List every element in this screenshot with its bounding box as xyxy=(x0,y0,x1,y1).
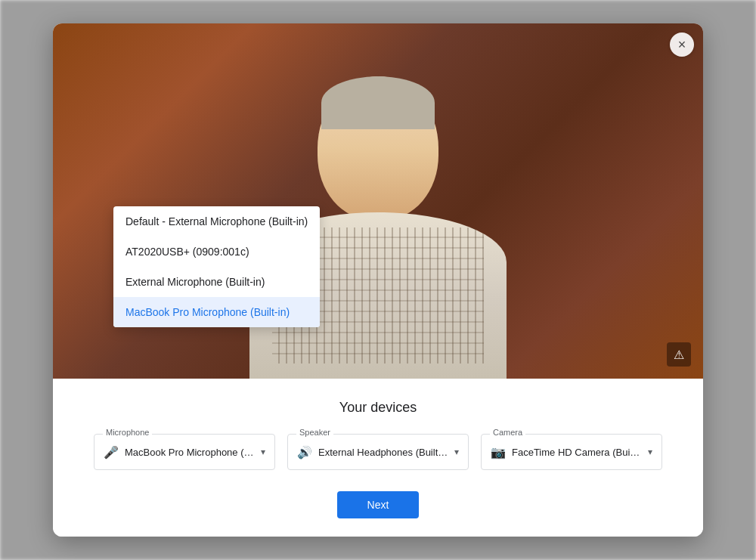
head-shape xyxy=(318,76,438,220)
speaker-label: Speaker xyxy=(296,428,333,437)
camera-select-button[interactable]: 📷 FaceTime HD Camera (Built-in... ▾ xyxy=(481,434,662,470)
microphone-selector: Microphone 🎤 MacBook Pro Microphone (Bu.… xyxy=(94,434,275,470)
microphone-dropdown-list: Default - External Microphone (Built-in)… xyxy=(113,206,320,327)
next-button[interactable]: Next xyxy=(337,491,420,518)
close-icon: × xyxy=(678,37,686,53)
report-icon[interactable]: ⚠ xyxy=(667,342,691,367)
dropdown-item-external[interactable]: External Microphone (Built-in) xyxy=(113,267,320,297)
hair-shape xyxy=(321,76,435,129)
panel-title: Your devices xyxy=(83,400,673,416)
device-selectors-container: Microphone 🎤 MacBook Pro Microphone (Bu.… xyxy=(83,434,673,470)
microphone-icon: 🎤 xyxy=(104,445,119,459)
camera-selector: Camera 📷 FaceTime HD Camera (Built-in...… xyxy=(481,434,662,470)
dropdown-item-at2020[interactable]: AT2020USB+ (0909:001c) xyxy=(113,237,320,267)
microphone-value: MacBook Pro Microphone (Bu... xyxy=(125,447,255,458)
camera-chevron-icon: ▾ xyxy=(648,447,652,457)
speaker-select-button[interactable]: 🔊 External Headphones (Built-in) ▾ xyxy=(287,434,469,470)
dropdown-item-macbook[interactable]: MacBook Pro Microphone (Built-in) xyxy=(113,297,320,327)
modal-overlay: × ⚠ Defau xyxy=(0,0,756,560)
microphone-chevron-icon: ▾ xyxy=(261,447,265,457)
camera-label: Camera xyxy=(490,428,525,437)
camera-value: FaceTime HD Camera (Built-in... xyxy=(512,447,642,458)
speaker-chevron-icon: ▾ xyxy=(454,447,459,457)
close-button[interactable]: × xyxy=(670,32,694,57)
speaker-icon: 🔊 xyxy=(297,445,312,459)
speaker-selector: Speaker 🔊 External Headphones (Built-in)… xyxy=(287,434,469,470)
next-button-container: Next xyxy=(83,491,673,518)
microphone-select-button[interactable]: 🎤 MacBook Pro Microphone (Bu... ▾ xyxy=(94,434,275,470)
microphone-label: Microphone xyxy=(103,428,152,437)
speaker-value: External Headphones (Built-in) xyxy=(318,447,448,458)
dropdown-item-default[interactable]: Default - External Microphone (Built-in) xyxy=(113,206,320,237)
bottom-panel: Your devices Microphone 🎤 MacBook Pro Mi… xyxy=(53,379,703,537)
report-symbol: ⚠ xyxy=(674,348,684,362)
devices-modal: × ⚠ Defau xyxy=(53,23,703,537)
camera-icon: 📷 xyxy=(491,445,506,459)
video-preview: ⚠ Default - External Microphone (Built-i… xyxy=(53,23,703,379)
